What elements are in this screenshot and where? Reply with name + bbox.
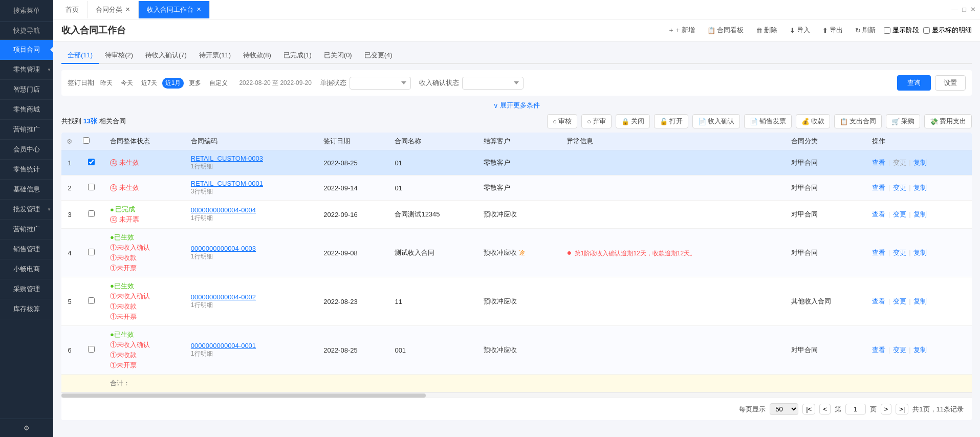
sidebar-item-member[interactable]: 会员中心 [0, 140, 53, 160]
copy-btn[interactable]: 复制 [913, 297, 927, 305]
date-opt-yesterday[interactable]: 昨天 [97, 78, 116, 89]
contract-link[interactable]: 0000000000004-0001 [191, 342, 256, 349]
sidebar-item-basic-info[interactable]: 基础信息 [0, 180, 53, 200]
copy-btn[interactable]: 复制 [913, 210, 927, 218]
filter-tab-pending-payment[interactable]: 待收款(8) [237, 48, 277, 64]
filter-tab-pending-confirm[interactable]: 待收入确认(7) [139, 48, 193, 64]
sidebar-item-sales-mgmt[interactable]: 销售管理 [0, 239, 53, 259]
sidebar-item-sales-promo[interactable]: 营销推广 [0, 220, 53, 239]
sidebar-item-purchase[interactable]: 采购管理 [0, 279, 53, 299]
sidebar-item-marketing[interactable]: 营销推广 [0, 120, 53, 140]
copy-btn[interactable]: 复制 [913, 346, 927, 354]
change-btn[interactable]: 变更 [893, 346, 906, 354]
date-opt-custom[interactable]: 自定义 [206, 78, 231, 89]
row-checkbox[interactable] [88, 249, 95, 255]
sidebar-item-project[interactable]: 项目合同 [0, 40, 53, 60]
page-input[interactable] [845, 404, 866, 414]
tab-close-contract-type[interactable]: ✕ [125, 6, 130, 13]
filter-tab-pending-invoice[interactable]: 待开票(11) [193, 48, 237, 64]
refresh-button[interactable]: ↻ 刷新 [851, 24, 880, 37]
payment-action-btn[interactable]: 💰 收款 [796, 114, 830, 128]
abandon-action-btn[interactable]: ○ 弃审 [581, 114, 612, 128]
date-opt-7days[interactable]: 近7天 [138, 78, 160, 89]
sidebar-item-retail-stats[interactable]: 零售统计 [0, 160, 53, 180]
view-btn[interactable]: 查看 [872, 210, 885, 218]
export-button[interactable]: ⬆ 导出 [818, 24, 847, 37]
filter-tab-closed[interactable]: 已关闭(0) [318, 48, 358, 64]
copy-btn[interactable]: 复制 [913, 159, 927, 166]
review-action-btn[interactable]: ○ 审核 [547, 114, 577, 128]
row-checkbox[interactable] [88, 184, 95, 190]
sidebar-item-retail-mgmt[interactable]: 零售管理 [0, 60, 53, 80]
income-confirm-select[interactable] [462, 77, 524, 90]
contract-link[interactable]: 0000000000004-0003 [191, 245, 256, 252]
close-action-btn[interactable]: 🔒 关闭 [616, 114, 650, 128]
sidebar-nav[interactable]: 快捷导航 [0, 22, 53, 40]
sidebar-item-smart-store[interactable]: 智慧门店 [0, 80, 53, 100]
contract-link[interactable]: 0000000000004-0004 [191, 206, 256, 214]
date-opt-more[interactable]: 更多 [186, 78, 204, 89]
sidebar-item-inventory[interactable]: 库存核算 [0, 299, 53, 319]
filter-tab-pending-review[interactable]: 待审核(2) [99, 48, 139, 64]
view-btn[interactable]: 查看 [872, 249, 885, 256]
cost-out-action-btn[interactable]: 💸 费用支出 [924, 114, 972, 128]
sidebar-item-ecommerce[interactable]: 小畅电商 [0, 259, 53, 279]
set-button[interactable]: 设置 [935, 75, 966, 91]
maximize-icon[interactable]: □ [962, 6, 966, 13]
row-checkbox[interactable] [88, 210, 95, 217]
scrollbar-thumb[interactable] [61, 394, 426, 398]
change-btn[interactable]: 变更 [893, 210, 906, 218]
close-icon[interactable]: ✕ [970, 6, 976, 13]
select-all-checkbox[interactable] [83, 137, 90, 144]
import-button[interactable]: ⬇ 导入 [786, 24, 814, 37]
expand-more-button[interactable]: ∨ 展开更多条件 [493, 101, 540, 110]
sales-invoice-action-btn[interactable]: 📄 销售发票 [744, 114, 792, 128]
page-size-select[interactable]: 50 10 20 100 [770, 403, 798, 415]
contract-link[interactable]: RETAIL_CUSTOM-0003 [191, 155, 263, 162]
purchase-action-btn[interactable]: 🛒 采购 [886, 114, 920, 128]
copy-btn[interactable]: 复制 [913, 249, 927, 256]
filter-tab-changed[interactable]: 已变更(4) [358, 48, 399, 64]
view-btn[interactable]: 查看 [872, 297, 885, 305]
change-btn[interactable]: 变更 [893, 249, 906, 256]
tab-close-income-contract[interactable]: ✕ [197, 6, 201, 13]
page-last-btn[interactable]: >| [896, 404, 908, 414]
sidebar-settings[interactable]: ⚙ [0, 419, 53, 437]
filter-tab-all[interactable]: 全部(11) [61, 48, 99, 64]
page-next-btn[interactable]: > [881, 404, 892, 414]
row-checkbox[interactable] [88, 346, 95, 353]
row-checkbox[interactable] [88, 297, 95, 304]
open-action-btn[interactable]: 🔓 打开 [654, 114, 688, 128]
sidebar-search[interactable]: 搜索菜单 [0, 0, 53, 22]
tab-home[interactable]: 首页 [57, 1, 88, 18]
change-btn[interactable]: 变更 [893, 297, 906, 305]
page-prev-btn[interactable]: < [819, 404, 831, 414]
contract-link[interactable]: 0000000000004-0002 [191, 293, 256, 301]
doc-status-select[interactable] [350, 77, 411, 90]
view-btn[interactable]: 查看 [872, 159, 885, 166]
board-button[interactable]: 📋 合同看板 [703, 24, 748, 37]
query-button[interactable]: 查询 [897, 75, 931, 91]
delete-button[interactable]: 🗑 删除 [752, 24, 781, 37]
date-opt-today[interactable]: 今天 [118, 78, 136, 89]
view-btn[interactable]: 查看 [872, 184, 885, 191]
contract-link[interactable]: RETAIL_CUSTOM-0001 [191, 180, 263, 187]
sidebar-item-wholesale[interactable]: 批发管理 [0, 200, 53, 220]
tab-contract-type[interactable]: 合同分类 ✕ [88, 1, 139, 18]
tab-income-contract[interactable]: 收入合同工作台 ✕ [139, 1, 210, 18]
row-checkbox[interactable] [88, 159, 95, 165]
add-button[interactable]: ＋ + 新增 [664, 24, 699, 37]
copy-btn[interactable]: 复制 [913, 184, 927, 191]
page-first-btn[interactable]: |< [802, 404, 815, 414]
col-gear[interactable]: ⚙ [61, 133, 78, 150]
change-btn[interactable]: 变更 [893, 184, 906, 191]
minimize-icon[interactable]: — [951, 6, 958, 13]
show-fields-checkbox[interactable]: 显示阶段 [884, 26, 919, 35]
date-opt-1month[interactable]: 近1月 [162, 78, 184, 89]
expense-out-action-btn[interactable]: 📋 支出合同 [834, 114, 882, 128]
view-btn[interactable]: 查看 [872, 346, 885, 354]
show-detail-checkbox[interactable]: 显示标的明细 [923, 26, 972, 35]
table-scrollbar[interactable] [61, 392, 972, 398]
filter-tab-completed[interactable]: 已完成(1) [277, 48, 318, 64]
sidebar-item-retail-mall[interactable]: 零售商城 [0, 100, 53, 120]
